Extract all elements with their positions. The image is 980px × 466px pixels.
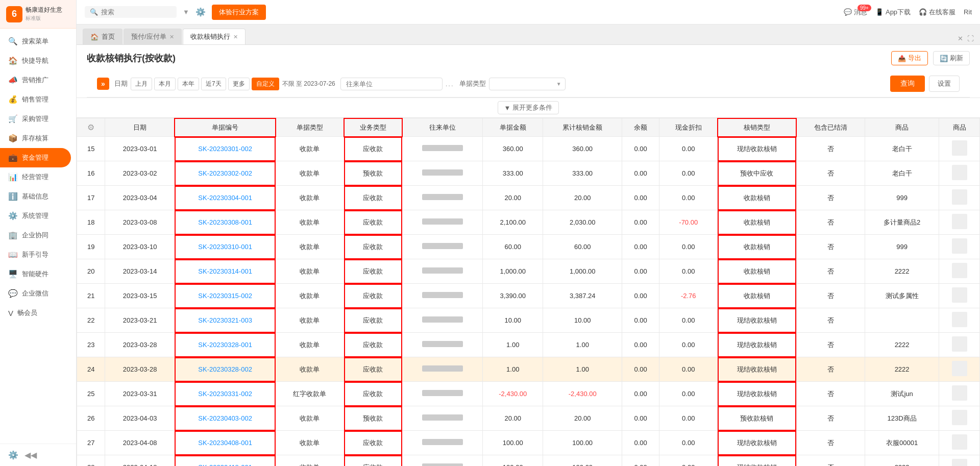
order-link[interactable]: SK-20230321-003	[198, 316, 252, 324]
gear-icon[interactable]: ⚙️	[195, 7, 206, 17]
app-download-button[interactable]: 📱 App下载	[875, 8, 911, 17]
export-button[interactable]: 📤 导出	[891, 51, 928, 65]
table-row[interactable]: 15 2023-03-01 SK-20230301-002 收款单 应收款 36…	[77, 137, 980, 161]
col-unit[interactable]: 往来单位	[402, 118, 483, 137]
refresh-button[interactable]: 🔄 刷新	[933, 51, 970, 65]
order-link[interactable]: SK-20230304-001	[198, 194, 252, 202]
table-row[interactable]: 18 2023-03-08 SK-20230308-001 收款单 应收款 2,…	[77, 210, 980, 235]
order-link[interactable]: SK-20230328-002	[198, 365, 252, 373]
col-product1[interactable]: 商品	[865, 118, 939, 137]
table-row[interactable]: 26 2023-04-03 SK-20230403-002 收款单 预收款 20…	[77, 406, 980, 431]
cell-cash-discount: 0.00	[659, 357, 718, 382]
sidebar-item-basic[interactable]: ℹ️ 基础信息	[0, 187, 76, 206]
order-link[interactable]: SK-20230408-001	[198, 439, 252, 447]
col-balance[interactable]: 余额	[622, 118, 659, 137]
table-row[interactable]: 21 2023-03-15 SK-20230315-002 收款单 应收款 3,…	[77, 284, 980, 308]
order-link[interactable]: SK-20230302-002	[198, 169, 252, 177]
settings-icon[interactable]: ⚙️	[8, 450, 18, 460]
expand-conditions-button[interactable]: ▼ 展开更多条件	[498, 101, 559, 114]
maximize-icon[interactable]: ⛶	[967, 35, 974, 42]
messages-button[interactable]: 💬 消息 99+	[844, 8, 867, 17]
type-filter-select[interactable]	[489, 78, 566, 90]
tab-prepayment[interactable]: 预付/应付单 ✕	[124, 29, 182, 44]
unit-filter-input[interactable]	[340, 78, 443, 90]
col-settings[interactable]: ⚙	[77, 118, 105, 137]
filter-toggle-button[interactable]: »	[97, 78, 109, 90]
cell-date: 2023-03-15	[105, 284, 175, 308]
table-row[interactable]: 16 2023-03-02 SK-20230302-002 收款单 预收款 33…	[77, 161, 980, 186]
sidebar-item-guide[interactable]: 📖 新手引导	[0, 245, 76, 264]
last-7-days-btn[interactable]: 近7天	[201, 78, 226, 90]
settings-button[interactable]: 设置	[929, 76, 960, 92]
order-link[interactable]: SK-20230403-002	[198, 414, 252, 422]
table-row[interactable]: 27 2023-04-08 SK-20230408-001 收款单 应收款 10…	[77, 431, 980, 455]
sidebar-item-operation[interactable]: 📊 经营管理	[0, 167, 76, 187]
sidebar-item-member[interactable]: V 畅会员	[0, 303, 76, 323]
order-link[interactable]: SK-20230301-002	[198, 145, 252, 153]
cell-write-off-type: 收款核销	[718, 186, 796, 210]
query-button[interactable]: 查询	[890, 76, 925, 92]
last-month-btn[interactable]: 上月	[131, 78, 152, 90]
sidebar-item-stock[interactable]: 📦 库存核算	[0, 129, 76, 148]
col-order-no[interactable]: 单据编号	[175, 118, 275, 137]
sidebar-item-quick[interactable]: 🏠 快捷导航	[0, 51, 76, 70]
order-link[interactable]: SK-20230308-001	[198, 218, 252, 226]
close-icon[interactable]: ✕	[958, 35, 963, 42]
sidebar-item-system[interactable]: ⚙️ 系统管理	[0, 206, 76, 226]
cell-product2	[939, 333, 980, 357]
this-year-btn[interactable]: 本年	[178, 78, 199, 90]
cell-biz-type: 预收款	[344, 406, 402, 431]
cell-balance: 0.00	[622, 284, 659, 308]
collapse-icon[interactable]: ◀◀	[24, 450, 37, 460]
search-input[interactable]	[101, 8, 162, 16]
col-include-settled[interactable]: 包含已结清	[796, 118, 865, 137]
order-link[interactable]: SK-20230328-001	[198, 341, 252, 349]
col-amount[interactable]: 单据金额	[483, 118, 543, 137]
order-link[interactable]: SK-20230314-001	[198, 267, 252, 275]
user-menu[interactable]: Rit	[964, 8, 972, 16]
sidebar-item-sales[interactable]: 💰 销售管理	[0, 90, 76, 109]
cell-order-no: SK-20230328-002	[175, 357, 275, 382]
solution-button[interactable]: 体验行业方案	[212, 5, 266, 20]
cell-order-no: SK-20230321-003	[175, 308, 275, 333]
tab-writeoff-close[interactable]: ✕	[233, 34, 238, 40]
sidebar-item-marketing[interactable]: 📣 营销推广	[0, 70, 76, 90]
sidebar-item-purchase[interactable]: 🛒 采购管理	[0, 109, 76, 129]
cell-order-no: SK-20230315-002	[175, 284, 275, 308]
table-row[interactable]: 23 2023-03-28 SK-20230328-001 收款单 应收款 1.…	[77, 333, 980, 357]
this-month-btn[interactable]: 本月	[154, 78, 176, 90]
sidebar-item-hardware[interactable]: 🖥️ 智能硬件	[0, 264, 76, 284]
custom-date-btn[interactable]: 自定义	[252, 78, 279, 90]
tab-writeoff[interactable]: 收款核销执行 ✕	[183, 29, 246, 44]
member-icon: V	[8, 309, 13, 317]
table-row[interactable]: 28 2023-04-18 SK-20230418-001 收款单 应收款 10…	[77, 455, 980, 467]
table-row[interactable]: 20 2023-03-14 SK-20230314-001 收款单 应收款 1,…	[77, 259, 980, 284]
table-row[interactable]: 17 2023-03-04 SK-20230304-001 收款单 应收款 20…	[77, 186, 980, 210]
col-accumulated[interactable]: 累计核销金额	[543, 118, 622, 137]
col-cash-discount[interactable]: 现金折扣	[659, 118, 718, 137]
order-link[interactable]: SK-20230315-002	[198, 292, 252, 300]
tab-home[interactable]: 🏠 首页	[83, 29, 122, 44]
table-row[interactable]: 24 2023-03-28 SK-20230328-002 收款单 应收款 1.…	[77, 357, 980, 382]
cell-unit	[402, 431, 483, 455]
table-row[interactable]: 22 2023-03-21 SK-20230321-003 收款单 应收款 10…	[77, 308, 980, 333]
sidebar-item-wechat[interactable]: 💬 企业微信	[0, 284, 76, 303]
cell-cash-discount: 0.00	[659, 406, 718, 431]
col-date[interactable]: 日期	[105, 118, 175, 137]
order-link[interactable]: SK-20230310-001	[198, 243, 252, 251]
cell-write-off-type: 收款核销	[718, 235, 796, 259]
table-row[interactable]: 19 2023-03-10 SK-20230310-001 收款单 应收款 60…	[77, 235, 980, 259]
col-order-type[interactable]: 单据类型	[276, 118, 344, 137]
col-write-off-type[interactable]: 核销类型	[718, 118, 796, 137]
sidebar-item-enterprise[interactable]: 🏢 企业协同	[0, 226, 76, 245]
more-dates-btn[interactable]: 更多	[228, 78, 250, 90]
sidebar-item-search[interactable]: 🔍 搜索菜单	[0, 32, 76, 51]
order-link[interactable]: SK-20230418-001	[198, 463, 252, 466]
online-service-button[interactable]: 🎧 在线客服	[919, 8, 955, 17]
tab-prepayment-close[interactable]: ✕	[169, 34, 174, 40]
table-row[interactable]: 25 2023-03-31 SK-20230331-002 红字收款单 应收款 …	[77, 382, 980, 406]
col-biz-type[interactable]: 业务类型	[344, 118, 402, 137]
col-product2[interactable]: 商品	[939, 118, 980, 137]
sidebar-item-finance[interactable]: 💼 资金管理	[0, 148, 71, 167]
order-link[interactable]: SK-20230331-002	[198, 390, 252, 398]
